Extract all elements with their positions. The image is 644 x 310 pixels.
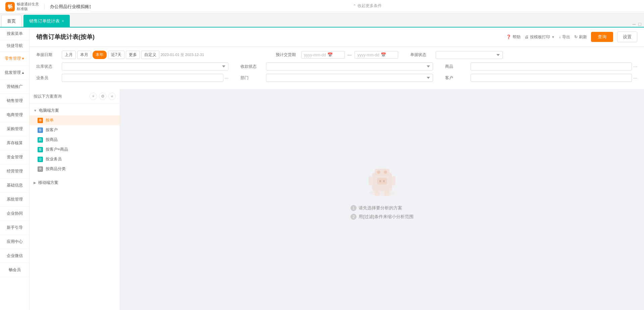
sidebar-item-ecommerce[interactable]: 电商管理	[0, 108, 29, 122]
status-select[interactable]	[436, 51, 503, 59]
retail-arrow: ▼	[21, 57, 25, 60]
tab-sales-order[interactable]: 销售订单统计表 ×	[23, 15, 70, 27]
scheme-label-order: 按单	[46, 117, 54, 123]
export-button[interactable]: ↓ 导出	[559, 34, 570, 40]
scheme-icon-category: 类	[38, 166, 43, 172]
sidebar-item-finance[interactable]: 资金管理	[0, 150, 29, 164]
tab-close-icon[interactable]: ×	[62, 19, 64, 23]
setting-button[interactable]: 设置	[617, 32, 637, 42]
sidebar-item-operations[interactable]: 经营管理	[0, 164, 29, 178]
scheme-settings-button[interactable]: ⚙	[99, 93, 106, 100]
svg-rect-5	[377, 178, 387, 185]
left-panel-title: 按以下方案查询	[34, 94, 88, 99]
scheme-label-category: 按商品分类	[46, 166, 66, 172]
sidebar-item-retail[interactable]: 零售管理 ▼	[0, 52, 29, 66]
sidebar-item-basic[interactable]: 基础信息	[0, 178, 29, 193]
out-status-label: 出库状态	[36, 64, 56, 69]
tab-home[interactable]: 首页	[1, 15, 21, 27]
help-button[interactable]: ❓ 帮助	[506, 34, 521, 40]
hint-text-1: 请先选择要分析的方案	[359, 205, 402, 211]
svg-rect-6	[379, 180, 381, 182]
out-status-group	[62, 62, 228, 70]
sidebar-item-member[interactable]: 畅会员	[0, 263, 29, 277]
out-status-select[interactable]	[62, 62, 228, 70]
empty-illustration	[362, 159, 402, 200]
scheme-icon-goods: 商	[38, 137, 43, 143]
more-btn[interactable]: 更多	[126, 51, 140, 59]
scheme-item-by-category[interactable]: 类 按商品分类	[30, 164, 120, 174]
scheme-icon-order: 单	[38, 118, 43, 123]
dept-select[interactable]	[266, 74, 433, 82]
sidebar-item-enterprise[interactable]: 企业协同	[0, 207, 29, 221]
scheme-icon-staff: 业	[38, 157, 43, 162]
sidebar-item-purchase[interactable]: 采购管理	[0, 122, 29, 136]
tab-maximize-button[interactable]: □	[639, 21, 641, 27]
sidebar-item-newbie[interactable]: 新手引导	[0, 221, 29, 235]
logo-icon: 畅	[5, 2, 15, 11]
date-filter-group: 上月 本月 本年 近7天 更多 自定义 2023-01-01 至 2023-12…	[62, 51, 264, 59]
sidebar-item-marketing[interactable]: 营销推广	[0, 80, 29, 94]
sidebar-item-inventory[interactable]: 库存核算	[0, 136, 29, 150]
customer-input[interactable]	[471, 74, 632, 82]
goods-more-icon[interactable]: ···	[633, 64, 637, 69]
scheme-icon-customer: 客	[38, 127, 43, 133]
expected-date-to-input[interactable]: yyyy-mm-dd 📅	[355, 51, 398, 59]
filter-row-1: 单据日期 上月 本月 本年 近7天 更多 自定义 2023-01-01 至 20…	[36, 51, 637, 59]
sidebar-item-wechat[interactable]: 企业微信	[0, 249, 29, 263]
tab-bar: 首页 销售订单统计表 × ─ □	[0, 13, 644, 28]
pay-status-select[interactable]	[266, 62, 433, 70]
collapse-panel-button[interactable]: «	[108, 93, 116, 100]
app-title-text: 办公用品行业模拟账套	[50, 4, 94, 10]
print-dropdown-arrow[interactable]: ▼	[551, 35, 555, 39]
svg-rect-2	[375, 169, 389, 175]
main-content: 按以下方案查询 + ⚙ « ▼ 电脑端方案 单 按单	[30, 89, 644, 310]
staff-more-icon[interactable]: ···	[225, 75, 229, 81]
last-month-btn[interactable]: 上月	[62, 51, 76, 59]
scheme-item-by-order[interactable]: 单 按单	[30, 115, 120, 125]
sidebar-item-sales[interactable]: 销售管理	[0, 94, 29, 108]
goods-input[interactable]	[471, 62, 632, 70]
tab-minimize-button[interactable]: ─	[633, 21, 636, 27]
add-scheme-button[interactable]: +	[90, 93, 97, 100]
divider	[44, 3, 45, 10]
tab-sales-order-label: 销售订单统计表	[29, 18, 60, 24]
svg-rect-8	[369, 176, 372, 186]
logo-text: 畅捷通好生意 标准版	[17, 2, 39, 11]
calendar-from-icon[interactable]: 📅	[327, 52, 333, 57]
query-button[interactable]: 查询	[591, 32, 613, 42]
export-icon: ↓	[559, 35, 561, 39]
current-year-btn[interactable]: 本年	[93, 51, 107, 59]
export-label: 导出	[562, 34, 570, 40]
this-month-btn[interactable]: 本月	[77, 51, 91, 59]
mobile-group-header[interactable]: ▶ 移动端方案	[30, 178, 120, 188]
left-panel-header: 按以下方案查询 + ⚙ «	[30, 89, 120, 104]
sidebar-item-system[interactable]: 系统管理	[0, 193, 29, 207]
customer-more-icon[interactable]: ···	[633, 75, 637, 81]
staff-input[interactable]	[62, 74, 223, 82]
desktop-group-label: 电脑端方案	[39, 108, 59, 113]
custom-btn[interactable]: 自定义	[141, 51, 159, 59]
sidebar-search[interactable]: 搜索菜单	[0, 28, 29, 40]
svg-rect-9	[392, 176, 395, 186]
scheme-item-by-customer-goods[interactable]: 客 按客户+商品	[30, 145, 120, 154]
scheme-item-by-customer[interactable]: 客 按客户	[30, 125, 120, 135]
sidebar-item-appstore[interactable]: 应用中心	[0, 235, 29, 249]
scheme-item-by-staff[interactable]: 业 按业务员	[30, 154, 120, 164]
refresh-button[interactable]: ↻ 刷新	[574, 34, 587, 40]
customer-label: 客户	[445, 75, 465, 81]
scheme-label-staff: 按业务员	[46, 156, 62, 162]
top-bar-left: 畅 畅捷通好生意 标准版 办公用品行业模拟账套 ▼	[5, 2, 99, 11]
sidebar-quick-nav[interactable]: 快捷导航	[0, 40, 29, 52]
desktop-group-header[interactable]: ▼ 电脑端方案	[30, 106, 120, 115]
calendar-to-icon[interactable]: 📅	[381, 52, 386, 57]
page-title: 销售订单统计表(按单)	[36, 33, 95, 45]
empty-state: 1 请先选择要分析的方案 2 用[过滤]条件来缩小分析范围	[351, 159, 413, 220]
expected-date-from-input[interactable]: yyyy-mm-dd 📅	[301, 51, 345, 59]
scheme-item-by-goods[interactable]: 商 按商品	[30, 135, 120, 145]
scheme-label-customer: 按客户	[46, 127, 58, 133]
print-button[interactable]: 🖨 按模板打印 ▼	[525, 34, 555, 40]
sidebar-item-wholesale[interactable]: 批发管理 ▲	[0, 66, 29, 80]
last7days-btn[interactable]: 近7天	[108, 51, 124, 59]
customer-group: ···	[471, 74, 637, 82]
content-area: 销售订单统计表(按单) ❓ 帮助 🖨 按模板打印 ▼ ↓ 导出 ↻ 刷新	[30, 28, 644, 310]
